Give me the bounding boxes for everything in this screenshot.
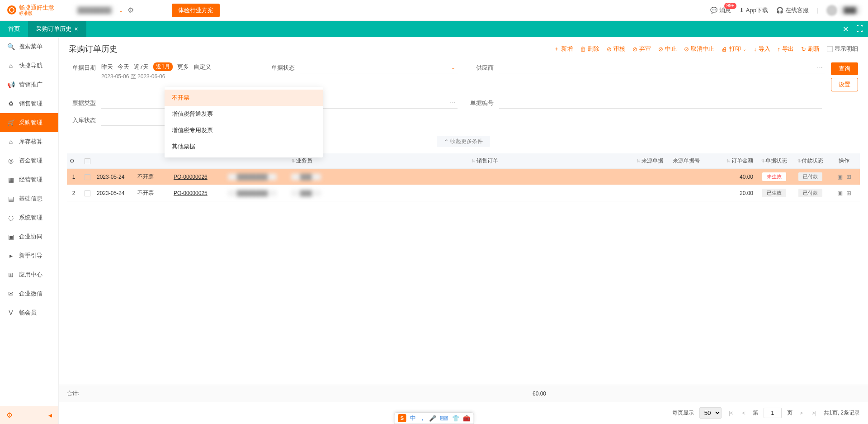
col-pay-status[interactable]: 付款状态 — [792, 153, 828, 169]
solution-button[interactable]: 体验行业方案 — [172, 4, 220, 17]
col-src-no[interactable]: 来源单据号 — [670, 153, 715, 169]
sidebar-item-label: 资金管理 — [19, 157, 42, 165]
sidebar-item-7[interactable]: ▦经营管理 — [0, 170, 58, 189]
delete-button[interactable]: 🗑删除 — [580, 45, 599, 53]
stop-button[interactable]: ⊘中止 — [658, 45, 677, 53]
page-input[interactable] — [764, 408, 782, 418]
more-icon[interactable]: ⊞ — [846, 173, 851, 180]
tabstrip-expand-button[interactable]: ⛶ — [854, 23, 866, 35]
user-menu[interactable]: ███ — [826, 5, 861, 16]
table-row[interactable]: 1 2023-05-24 不开票 PO-00000026 ████████ ██… — [67, 169, 860, 185]
show-detail-toggle[interactable]: 显示明细 — [827, 45, 858, 53]
sidebar-item-11[interactable]: ▸新手引导 — [0, 246, 58, 265]
sidebar-item-6[interactable]: ◎资金管理 — [0, 151, 58, 170]
order-no-link[interactable]: PO-00000025 — [174, 190, 208, 196]
online-service-button[interactable]: 🎧 在线客服 — [776, 6, 809, 14]
sidebar-item-5[interactable]: ⌂库存核算 — [0, 132, 58, 151]
more-icon[interactable]: ⊞ — [846, 190, 851, 196]
order-no-link[interactable]: PO-00000026 — [174, 174, 208, 180]
ime-lang[interactable]: 中 — [410, 414, 416, 422]
prev-page-button[interactable]: < — [741, 410, 747, 416]
cancel-stop-button[interactable]: ⊘取消中止 — [684, 45, 714, 53]
chevron-down-icon[interactable]: ⌄ — [451, 64, 456, 71]
sidebar: 🔍搜索菜单⌂快捷导航📢营销推广♻销售管理🛒采购管理⌂库存核算◎资金管理▦经营管理… — [0, 37, 59, 424]
sidebar-icon: 🛒 — [7, 119, 14, 126]
dropdown-option-other[interactable]: 其他票据 — [165, 138, 323, 155]
tab-home[interactable]: 首页 — [0, 21, 28, 37]
sidebar-item-10[interactable]: ▣企业协同 — [0, 227, 58, 246]
date-preset-7days[interactable]: 近7天 — [134, 63, 149, 71]
sidebar-item-0[interactable]: 🔍搜索菜单 — [0, 37, 58, 56]
row-checkbox[interactable] — [80, 169, 94, 185]
close-icon[interactable]: ✕ — [74, 26, 78, 32]
dropdown-option-vat-normal[interactable]: 增值税普通发票 — [165, 106, 323, 122]
ime-mic-icon[interactable]: 🎤 — [429, 415, 436, 422]
collapse-sidebar-icon[interactable]: ◂ — [48, 411, 52, 419]
print-button[interactable]: 🖨打印 ⌄ — [722, 45, 746, 53]
sidebar-item-1[interactable]: ⌂快捷导航 — [0, 56, 58, 75]
trash-icon: 🗑 — [580, 46, 586, 52]
sidebar-item-4[interactable]: 🛒采购管理 — [0, 113, 58, 132]
ime-skin-icon[interactable]: 👕 — [452, 415, 459, 422]
ellipsis-icon[interactable]: ⋯ — [817, 64, 823, 71]
per-page-select[interactable]: 50 — [699, 407, 722, 419]
date-preset-today[interactable]: 今天 — [118, 63, 129, 71]
company-selector[interactable]: ████████ ⌄ ⚙ — [75, 6, 165, 14]
sidebar-icon: ⌂ — [7, 62, 14, 69]
date-preset-more[interactable]: 更多 — [177, 63, 189, 71]
product-input[interactable] — [300, 98, 458, 109]
ime-toolbox-icon[interactable]: 🧰 — [463, 415, 470, 422]
discard-button[interactable]: ⊘弃审 — [632, 45, 651, 53]
ime-keyboard-icon[interactable]: ⌨ — [440, 415, 448, 422]
gear-icon[interactable]: ⚙ — [127, 6, 134, 14]
setup-button[interactable]: 设置 — [831, 78, 858, 91]
ime-punct-icon[interactable]: ， — [420, 414, 425, 422]
collapse-filters-button[interactable]: ⌃ 收起更多条件 — [437, 136, 490, 147]
status-input[interactable] — [300, 62, 458, 73]
brand-sub: 标准版 — [19, 11, 54, 16]
export-button[interactable]: ↑导出 — [778, 45, 794, 53]
order-no-input[interactable] — [499, 98, 822, 109]
brand-logo-icon — [7, 5, 16, 14]
sidebar-item-9[interactable]: ◌系统管理 — [0, 208, 58, 227]
sidebar-item-2[interactable]: 📢营销推广 — [0, 75, 58, 94]
col-sales-order[interactable]: 销售订单 — [469, 153, 634, 169]
gear-icon[interactable]: ⚙ — [67, 153, 80, 169]
supplier-input[interactable] — [499, 62, 825, 73]
select-all-checkbox[interactable] — [80, 153, 94, 169]
sidebar-item-8[interactable]: ▤基础信息 — [0, 189, 58, 208]
settings-icon[interactable]: ⚙ — [6, 411, 13, 419]
next-page-button[interactable]: > — [798, 410, 805, 416]
tabstrip-close-button[interactable]: ✕ — [839, 23, 852, 35]
ime-bar[interactable]: S 中 ， 🎤 ⌨ 👕 🧰 — [394, 412, 474, 424]
last-page-button[interactable]: >| — [810, 410, 818, 416]
date-preset-custom[interactable]: 自定义 — [193, 63, 211, 71]
col-src[interactable]: 来源单据 — [634, 153, 670, 169]
dropdown-option-no-invoice[interactable]: 不开票 — [165, 90, 323, 106]
sidebar-item-3[interactable]: ♻销售管理 — [0, 94, 58, 113]
col-amount[interactable]: 订单金额 — [715, 153, 756, 169]
view-icon[interactable]: ▣ — [837, 190, 843, 196]
app-download-button[interactable]: ⬇ App下载 — [739, 6, 768, 14]
date-preset-yesterday[interactable]: 昨天 — [101, 63, 113, 71]
messages-button[interactable]: 💬 消息 99+ — [710, 6, 731, 14]
row-checkbox[interactable] — [80, 185, 94, 201]
tab-purchase-order-history[interactable]: 采购订单历史 ✕ — [28, 21, 86, 37]
refresh-button[interactable]: ↻刷新 — [801, 45, 820, 53]
first-page-button[interactable]: |< — [727, 410, 735, 416]
sidebar-item-14[interactable]: V畅会员 — [0, 303, 58, 322]
table-row[interactable]: 2 2023-05-24 不开票 PO-00000025 ████████ ██… — [67, 185, 860, 201]
view-icon[interactable]: ▣ — [837, 173, 843, 180]
add-button[interactable]: ＋新增 — [553, 45, 573, 53]
ellipsis-icon[interactable]: ⋯ — [450, 99, 456, 106]
status-badge: 未生效 — [762, 172, 786, 181]
sidebar-item-12[interactable]: ⊞应用中心 — [0, 265, 58, 284]
query-button[interactable]: 查询 — [831, 62, 858, 75]
sidebar-item-13[interactable]: ✉企业微信 — [0, 284, 58, 303]
date-preset-1month[interactable]: 近1月 — [153, 62, 173, 71]
audit-button[interactable]: ⊘审核 — [607, 45, 625, 53]
col-status[interactable]: 单据状态 — [756, 153, 792, 169]
dropdown-option-vat-special[interactable]: 增值税专用发票 — [165, 122, 323, 138]
status-label: 单据状态 — [268, 62, 295, 72]
import-button[interactable]: ↓导入 — [754, 45, 770, 53]
